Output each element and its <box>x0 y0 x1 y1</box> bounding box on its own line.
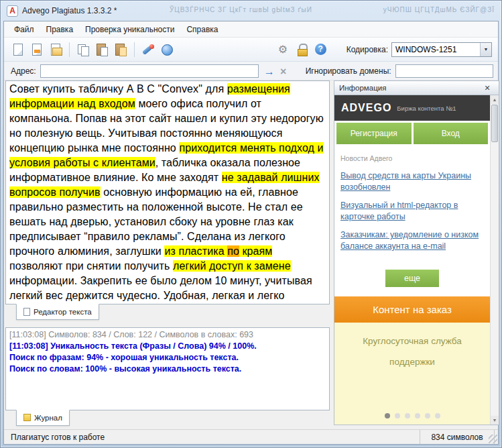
register-button[interactable]: Регистрация <box>336 123 412 144</box>
status-text: Плагиатус готов к работе <box>11 433 105 442</box>
toolbar-left-group <box>4 41 176 58</box>
app-icon: A <box>7 5 18 17</box>
log-line: Поиск по фразам: 94% - хорошая уникально… <box>9 352 326 363</box>
lock-icon <box>296 43 309 56</box>
toolbar-separator <box>134 42 135 57</box>
chevron-down-icon[interactable] <box>480 43 491 56</box>
editor-tabstrip: Редактор текста <box>5 304 99 320</box>
carousel-dot[interactable] <box>385 413 390 418</box>
news-link[interactable]: Визуальный и html-редактор в карточке ра… <box>340 200 484 223</box>
plain-text: информации. Закрепить ее было делом 10 м… <box>9 275 312 304</box>
encoding-select[interactable]: WINDOWS-1251 <box>391 42 492 57</box>
support-line-1: Круглосуточная служба <box>334 336 490 346</box>
auth-buttons-row: Регистрация Вход <box>334 121 490 146</box>
paste-html-icon <box>114 43 127 56</box>
editor-area: Совет купить табличку А В С "Convex" для… <box>4 80 331 429</box>
toolbar: Кодировка: WINDOWS-1251 <box>4 38 498 62</box>
help-icon <box>314 43 328 56</box>
web-check-icon <box>160 43 174 56</box>
carousel-dot[interactable] <box>435 413 440 418</box>
info-close-button[interactable] <box>485 83 494 93</box>
arrow-right-icon <box>264 67 275 77</box>
login-button[interactable]: Вход <box>414 123 489 144</box>
titlebar-artifact-text: ЎЦВЗЃРНЧС ЗГ ЦкГт гшвЫ gЫtмЗ ґыИ <box>170 6 312 13</box>
resize-grip[interactable] <box>489 435 497 443</box>
carousel-dot[interactable] <box>395 413 400 418</box>
tab-journal[interactable]: Журнал <box>16 410 70 426</box>
plain-text: Совет купить табличку А В С "Convex" для <box>9 83 227 95</box>
page-html-button[interactable] <box>28 41 46 58</box>
menu-item-3[interactable]: Проверка уникальности <box>79 22 180 37</box>
app-window: A Advego Plagiatus 1.3.3.2 * ЎЦВЗЃРНЧС З… <box>0 0 502 448</box>
menu-item-4[interactable]: Справка <box>180 22 224 37</box>
encoding-label: Кодировка: <box>347 45 388 54</box>
scrollbar-thumb[interactable] <box>491 105 498 142</box>
toolbar-right-icons <box>275 41 330 58</box>
highlighted-text: по <box>227 245 239 257</box>
open-file-button[interactable] <box>47 41 64 58</box>
carousel-dot[interactable] <box>405 413 410 418</box>
text-editor[interactable]: Совет купить табличку А В С "Convex" для… <box>5 80 330 304</box>
paste-html-button[interactable] <box>112 41 129 58</box>
log-line: Поиск по словам: 100% - высокая уникальн… <box>9 363 326 375</box>
menu-item-1[interactable]: Файл <box>8 22 40 37</box>
info-scrollbar[interactable]: ▲ ▼ <box>490 95 499 425</box>
advego-site-header: ADVEGO Биржа контента №1 <box>334 95 490 121</box>
info-panel-header: Информация <box>334 80 499 95</box>
news-title: Новости Адвего <box>334 146 490 164</box>
journal-tabstrip: Журнал <box>5 410 70 426</box>
new-document-button[interactable] <box>9 41 27 58</box>
address-label: Адрес: <box>11 66 36 76</box>
support-block: Круглосуточная служба поддержки <box>334 323 490 425</box>
carousel-dot[interactable] <box>415 413 420 418</box>
info-panel-title: Информация <box>339 84 386 92</box>
info-panel: Информация ADVEGO Биржа контента №1 Реги… <box>334 80 499 425</box>
highlighted-text: краям <box>239 245 273 257</box>
document-icon <box>23 308 30 316</box>
paste-icon <box>95 43 109 56</box>
help-button[interactable] <box>312 41 330 58</box>
copy-button[interactable] <box>74 41 92 58</box>
ignore-domains-input[interactable] <box>395 64 493 78</box>
news-list: Вывод средств на карты Украины возобновл… <box>334 164 490 259</box>
advego-tagline: Биржа контента №1 <box>397 105 456 112</box>
lock-button[interactable] <box>294 41 311 58</box>
new-document-icon <box>11 43 25 56</box>
go-button[interactable] <box>260 64 275 78</box>
carousel-dot[interactable] <box>425 413 430 418</box>
main-area: Совет купить табличку А В С "Convex" для… <box>4 80 498 429</box>
plain-text: позволяют при снятии получить <box>9 260 173 272</box>
window-title: Advego Plagiatus 1.3.3.2 * <box>22 6 117 15</box>
content-order-banner[interactable]: Контент на заказ <box>334 296 490 323</box>
embedded-webpage: ADVEGO Биржа контента №1 Регистрация Вхо… <box>334 95 490 425</box>
ignore-domains-label: Игнорировать домены: <box>306 66 391 76</box>
close-icon <box>280 67 286 77</box>
web-check-button[interactable] <box>158 41 176 58</box>
titlebar-artifact-text-right: уЧЮПШ ЦГЦТДшМЬ ЄЗЙГ@ЗЇ <box>383 6 495 13</box>
toolbar-right-group: Кодировка: WINDOWS-1251 <box>275 41 498 58</box>
check-uniqueness-button[interactable] <box>139 41 157 58</box>
encoding-value: WINDOWS-1251 <box>395 45 456 54</box>
paste-button[interactable] <box>93 41 111 58</box>
menu-item-2[interactable]: Правка <box>40 22 80 37</box>
address-row: Адрес: Игнорировать домены: <box>4 62 498 80</box>
page-html-icon <box>30 43 44 56</box>
more-button[interactable]: еще <box>385 270 439 287</box>
copy-icon <box>76 43 90 56</box>
open-file-icon <box>49 43 62 56</box>
news-link[interactable]: Вывод средств на карты Украины возобновл… <box>340 170 484 193</box>
highlighted-text: легкий доступ к замене <box>173 260 291 272</box>
clear-address-button[interactable] <box>276 64 291 78</box>
scroll-up-icon[interactable]: ▲ <box>491 95 499 104</box>
journal-icon <box>23 414 31 421</box>
tab-text-editor[interactable]: Редактор текста <box>16 304 99 320</box>
log-output: [11:03:08] Символов: 834 / Слов: 122 / С… <box>5 327 330 410</box>
news-link[interactable]: Заказчикам: уведомление о низком балансе… <box>340 229 484 252</box>
settings-button[interactable] <box>275 41 292 58</box>
tab-text-editor-label: Редактор текста <box>34 308 92 316</box>
advego-logo[interactable]: ADVEGO <box>341 102 391 114</box>
address-input[interactable] <box>40 64 259 78</box>
log-line: [11:03:08] Уникальность текста (Фразы / … <box>9 341 326 352</box>
menu-bar: ФайлПравкаПроверка уникальностиСправка <box>4 21 498 38</box>
scroll-down-icon[interactable]: ▼ <box>491 416 499 425</box>
